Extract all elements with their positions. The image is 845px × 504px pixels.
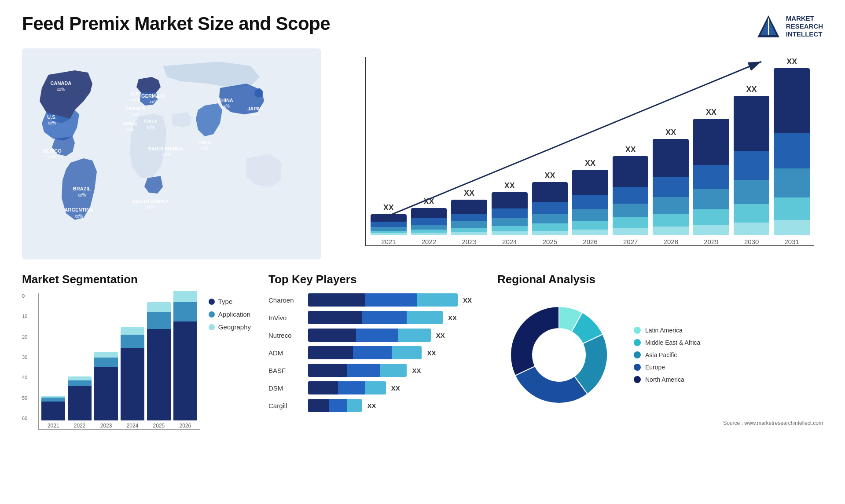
seg-year-label: 2021	[48, 423, 59, 429]
seg-bar-group: 2024	[121, 327, 144, 429]
bar-year-label: 2027	[623, 238, 638, 245]
bar-year-label: 2030	[744, 238, 759, 245]
country-label: SOUTH AFRICAxx%	[132, 199, 169, 210]
player-xx-label: XX	[412, 367, 421, 374]
legend-label: Geography	[218, 323, 251, 331]
seg-y-labels: 6050403020100	[22, 293, 27, 430]
donut-legend-item: Latin America	[634, 327, 700, 334]
bar-year-label: 2021	[381, 238, 396, 245]
player-bar-dark	[308, 399, 329, 412]
donut-legend-label: Asia Pacific	[645, 351, 677, 358]
donut-legend-item: Europe	[634, 364, 700, 371]
player-bar-light	[347, 399, 362, 412]
player-bar-light	[417, 293, 458, 307]
seg-bar-chart: 202120222023202420252026	[38, 293, 200, 430]
bar-group: XX2025	[532, 171, 568, 245]
bottom-section: Market Segmentation 6050403020100 202120…	[22, 273, 823, 457]
country-label: INDIAxx%	[198, 140, 211, 151]
seg-legend-item: Type	[209, 298, 251, 305]
donut-legend-label: Middle East & Africa	[645, 339, 700, 346]
player-bar	[308, 311, 443, 324]
country-label: SPAINxx%	[122, 121, 137, 132]
legend-dot	[209, 311, 215, 318]
donut-legend-item: Middle East & Africa	[634, 339, 700, 346]
seg-y-label: 20	[22, 334, 27, 340]
donut-legend-label: Latin America	[645, 327, 683, 334]
country-label: ARGENTINAxx%	[64, 207, 93, 219]
country-label: U.S.xx%	[47, 114, 56, 126]
player-bar-dark	[308, 381, 338, 394]
bar-year-label: 2022	[422, 238, 436, 245]
bar-group: XX2029	[693, 108, 729, 245]
country-label: ITALYxx%	[144, 119, 157, 130]
player-bar-mid	[365, 293, 417, 307]
player-xx-label: XX	[391, 384, 400, 392]
bar-group: XX2031	[774, 57, 810, 245]
seg-legend-item: Geography	[209, 323, 251, 331]
seg-y-label: 0	[22, 293, 27, 299]
seg-y-label: 60	[22, 416, 27, 421]
donut-area: Latin AmericaMiddle East & AfricaAsia Pa…	[497, 293, 823, 416]
country-label: U.K.xx%	[131, 91, 140, 102]
country-label: SAUDI ARABIAxx%	[148, 146, 184, 157]
main-bar-inner: XX2021XX2022XX2023XX2024XX2025XX2026XX20…	[365, 57, 814, 246]
donut-segment	[515, 366, 587, 403]
bar-top-label: XX	[786, 57, 797, 66]
player-bar-light	[398, 329, 431, 342]
player-bar-wrap: XX	[308, 346, 480, 359]
player-bar-mid	[338, 381, 365, 394]
player-bar-wrap: XX	[308, 364, 480, 377]
player-row: CargillXX	[268, 399, 480, 412]
donut-legend-label: North America	[645, 376, 684, 383]
player-bar-wrap: XX	[308, 381, 480, 394]
country-label: BRAZILxx%	[73, 186, 91, 197]
country-label: JAPANxx%	[247, 106, 263, 117]
donut-legend-dot	[634, 376, 641, 383]
bar-year-label: 2029	[704, 238, 718, 245]
country-label: GERMANYxx%	[141, 93, 166, 105]
player-xx-label: XX	[436, 332, 445, 339]
seg-bar-group: 2022	[68, 376, 92, 429]
bar-top-label: XX	[464, 189, 474, 198]
bar-group: XX2026	[572, 159, 608, 245]
donut-legend-item: Asia Pacific	[634, 351, 700, 358]
legend-label: Type	[218, 298, 233, 305]
logo-icon	[755, 13, 782, 40]
player-bar-light	[392, 346, 422, 359]
logo: MARKET RESEARCH INTELLECT	[755, 13, 823, 40]
player-xx-label: XX	[427, 349, 436, 357]
seg-bar-group: 2023	[94, 352, 118, 429]
world-map: CANADAxx%U.S.xx%MEXICOxx%BRAZILxx%ARGENT…	[22, 48, 321, 259]
bar-group: XX2030	[734, 85, 770, 245]
player-bar-mid	[356, 329, 398, 342]
bar-top-label: XX	[625, 145, 636, 154]
seg-year-label: 2023	[100, 423, 112, 429]
bar-group: XX2022	[411, 197, 447, 245]
player-row: BASFXX	[268, 364, 480, 377]
player-row: CharoenXX	[268, 293, 480, 307]
seg-year-label: 2025	[153, 423, 165, 429]
seg-legend: TypeApplicationGeography	[209, 293, 251, 331]
bar-group: XX2027	[613, 145, 649, 245]
donut-segment	[511, 307, 559, 376]
donut-legend-dot	[634, 327, 641, 334]
country-label: FRANCExx%	[125, 106, 146, 117]
player-bar-dark	[308, 329, 356, 342]
country-label: MEXICOxx%	[42, 148, 61, 160]
seg-legend-item: Application	[209, 310, 251, 318]
player-row: DSMXX	[268, 381, 480, 394]
player-bar-dark	[308, 311, 362, 324]
bar-top-label: XX	[504, 181, 515, 190]
bar-year-label: 2026	[583, 238, 597, 245]
player-bar-light	[380, 364, 407, 377]
bar-top-label: XX	[544, 171, 555, 180]
page-title: Feed Premix Market Size and Scope	[22, 13, 330, 34]
player-bar-dark	[308, 364, 347, 377]
player-bar-mid	[329, 399, 347, 412]
player-bar-mid	[353, 346, 392, 359]
bar-top-label: XX	[706, 108, 716, 117]
country-label: CANADAxx%	[51, 80, 72, 92]
legend-dot	[209, 299, 215, 305]
player-bar-mid	[362, 311, 407, 324]
map-labels: CANADAxx%U.S.xx%MEXICOxx%BRAZILxx%ARGENT…	[22, 48, 321, 259]
